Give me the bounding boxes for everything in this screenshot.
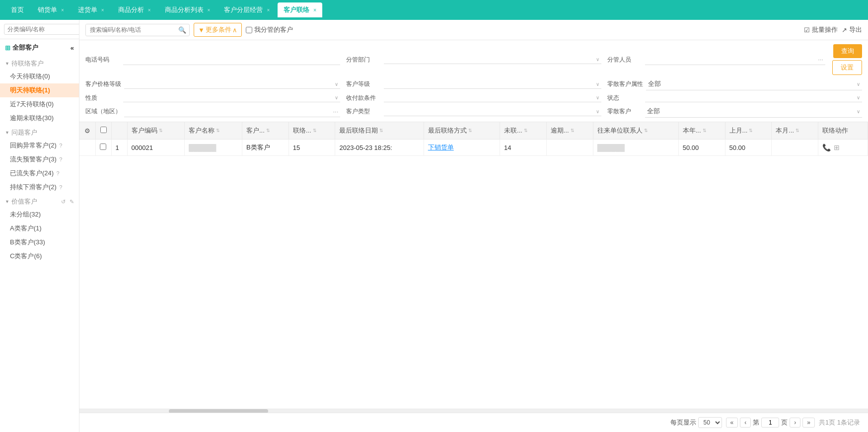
- nav-analysis-list-close[interactable]: ×: [208, 7, 211, 13]
- sidebar-churn-warning[interactable]: 流失预警客户(3) ?: [0, 152, 79, 166]
- sidebar-a-class[interactable]: A类客户(1): [0, 221, 79, 235]
- export-icon: ↗: [842, 26, 847, 34]
- prev-page-btn[interactable]: ‹: [740, 418, 751, 428]
- query-button[interactable]: 查询: [833, 44, 862, 58]
- batch-op-btn[interactable]: ☑ 批量操作: [804, 25, 838, 34]
- col-uncontacted[interactable]: 未联... ⇅: [500, 122, 547, 140]
- col-customer-type[interactable]: 客户... ⇅: [242, 122, 289, 140]
- sidebar-ungrouped[interactable]: 未分组(32): [0, 208, 79, 221]
- my-customers-checkbox[interactable]: [246, 27, 252, 33]
- horizontal-scrollbar[interactable]: [79, 409, 868, 413]
- sidebar-today-contact[interactable]: 今天待联络(0): [0, 70, 79, 83]
- col-gear[interactable]: ⚙: [79, 122, 95, 140]
- nav-analysis-list[interactable]: 商品分析列表 ×: [159, 2, 217, 17]
- last-contact-method-link[interactable]: 下销货单: [428, 144, 454, 151]
- gender-label: 性质: [85, 94, 120, 102]
- select-all-checkbox[interactable]: [100, 127, 107, 133]
- settings-button[interactable]: 设置: [832, 60, 862, 75]
- customer-type-select[interactable]: ∨: [384, 107, 601, 116]
- phone-input[interactable]: [123, 55, 340, 65]
- export-btn[interactable]: ↗ 导出: [842, 25, 862, 34]
- filter-row-region: 区域（地区） ···: [85, 105, 340, 118]
- next-page-btn[interactable]: ›: [790, 418, 800, 428]
- sidebar-search-input[interactable]: [4, 24, 79, 35]
- last-page-btn[interactable]: »: [802, 418, 815, 428]
- table-header-row: ⚙ 客户编码 ⇅: [79, 122, 868, 140]
- help-icon4: ?: [59, 184, 62, 190]
- nav-purchase-close[interactable]: ×: [101, 7, 104, 13]
- col-last-month[interactable]: 上月... ⇅: [725, 122, 772, 140]
- nav-purchase[interactable]: 进货单 ×: [72, 2, 110, 17]
- refresh-icon[interactable]: ↺: [61, 199, 66, 205]
- filter-row-phone: 电话号码: [85, 44, 340, 75]
- nav-analysis[interactable]: 商品分析 ×: [112, 2, 157, 17]
- page-size-dropdown[interactable]: 50: [698, 417, 722, 428]
- customer-level-select[interactable]: ∨: [384, 80, 601, 89]
- col-last-contact-method[interactable]: 最后联络方式 ⇅: [424, 122, 500, 140]
- sidebar-declining[interactable]: 持续下滑客户(2) ?: [0, 180, 79, 194]
- nav-sales[interactable]: 销货单 ×: [32, 2, 70, 17]
- page-unit: 页: [781, 418, 788, 427]
- sidebar-overdue-contact[interactable]: 逾期未联络(30): [0, 111, 79, 125]
- col-this-year[interactable]: 本年... ⇅: [678, 122, 725, 140]
- row-check[interactable]: [95, 140, 111, 156]
- region-select[interactable]: ···: [124, 106, 340, 117]
- sidebar-b-class[interactable]: B类客户(33): [0, 235, 79, 249]
- customer-value-select[interactable]: ∨: [124, 80, 340, 89]
- retail-customer-select[interactable]: 全部 ∨: [645, 105, 862, 118]
- triangle-down-icon: ▼: [5, 61, 9, 66]
- edit-icon[interactable]: ✎: [70, 199, 74, 205]
- row-contacts-value: ██████: [597, 144, 625, 151]
- my-customers-filter[interactable]: 我分管的客户: [246, 25, 293, 34]
- retail-attr-select[interactable]: 全部 ∨: [646, 78, 862, 90]
- sidebar-c-class[interactable]: C类客户(6): [0, 249, 79, 263]
- s-chevron-icon: ∨: [857, 95, 860, 100]
- col-last-contact-date[interactable]: 最后联络日期 ⇅: [335, 122, 424, 140]
- nav-customer-layer[interactable]: 客户分层经营 ×: [218, 2, 276, 17]
- nav-analysis-close[interactable]: ×: [148, 7, 151, 13]
- nav-customer-contact-close[interactable]: ×: [313, 7, 316, 13]
- col-contacts[interactable]: 往来单位联系人 ⇅: [593, 122, 678, 140]
- first-page-btn[interactable]: «: [726, 418, 738, 428]
- row-actions: 📞 ⊞: [818, 140, 868, 156]
- gear-icon: ⚙: [84, 127, 90, 135]
- action-grid-icon[interactable]: ⊞: [834, 144, 840, 151]
- filter-search-input[interactable]: [86, 24, 175, 35]
- nav-customer-contact[interactable]: 客户联络 ×: [278, 2, 322, 17]
- col-customer-name[interactable]: 客户名称 ⇅: [185, 122, 242, 140]
- nav-customer-layer-close[interactable]: ×: [267, 7, 270, 13]
- sort-icon12: ⇅: [796, 128, 799, 133]
- col-contact-count[interactable]: 联络... ⇅: [289, 122, 335, 140]
- col-this-month[interactable]: 本月... ⇅: [772, 122, 818, 140]
- col-check[interactable]: [95, 122, 111, 140]
- sidebar-value-group[interactable]: ▼ 价值客户 ↺ ✎: [0, 194, 79, 208]
- sidebar-pending-group[interactable]: ▼ 待联络客户: [0, 56, 79, 70]
- manager-select[interactable]: ···: [645, 54, 825, 65]
- sidebar-problem-group[interactable]: ▼ 问题客户: [0, 125, 79, 139]
- gender-select[interactable]: ∨: [123, 93, 340, 102]
- retail-attr-label: 零散客户属性: [607, 80, 643, 88]
- more-conditions-btn[interactable]: ▼ 更多条件 ∧: [194, 23, 242, 37]
- nav-sales-close[interactable]: ×: [61, 7, 64, 13]
- sidebar-7days-contact[interactable]: 近7天待联络(0): [0, 97, 79, 111]
- col-code-label: 客户编码: [132, 126, 157, 135]
- ra-chevron-icon: ∨: [857, 81, 860, 87]
- status-select[interactable]: ∨: [645, 93, 862, 102]
- filter-search-btn[interactable]: 🔍: [175, 24, 189, 36]
- sidebar-tomorrow-contact[interactable]: 明天待联络(1): [0, 83, 79, 97]
- col-customer-code[interactable]: 客户编码 ⇅: [127, 122, 185, 140]
- page-number-input[interactable]: [761, 418, 779, 428]
- sidebar-all-customers[interactable]: ⊞ 全部客户 «: [0, 39, 79, 56]
- row-checkbox[interactable]: [100, 144, 106, 150]
- payment-select[interactable]: ∨: [384, 93, 601, 102]
- action-phone-icon[interactable]: 📞: [822, 144, 831, 151]
- dept-select[interactable]: ∨: [384, 55, 601, 64]
- col-overdue[interactable]: 逾期... ⇅: [546, 122, 593, 140]
- payment-label: 收付款条件: [346, 94, 381, 102]
- sidebar-churned[interactable]: 已流失客户(24) ?: [0, 166, 79, 180]
- p-chevron-icon: ∨: [596, 95, 599, 100]
- nav-home[interactable]: 首页: [5, 2, 30, 17]
- sidebar-repurchase-abnormal[interactable]: 回购异常客户(2) ?: [0, 139, 79, 152]
- col-actions: 联络动作: [818, 122, 868, 140]
- col-type-label: 客户...: [246, 126, 265, 135]
